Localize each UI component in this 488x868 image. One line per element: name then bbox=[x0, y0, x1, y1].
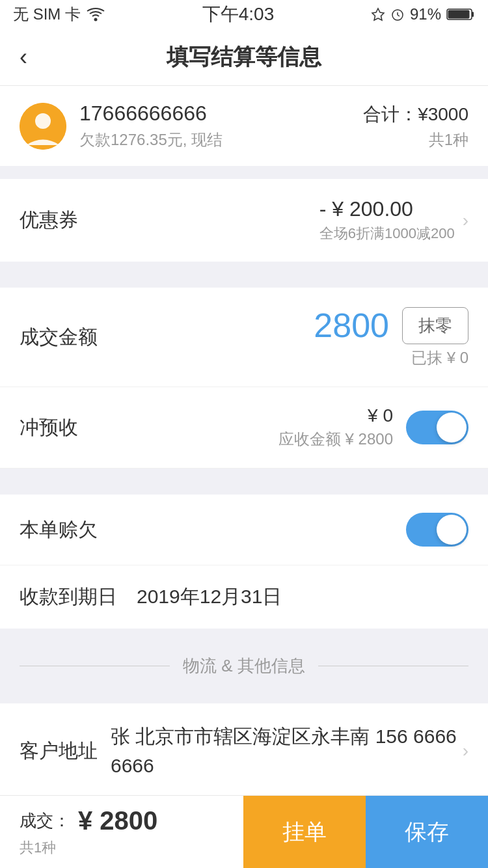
debt-toggle-knob bbox=[437, 515, 467, 545]
debt-label: 本单赊欠 bbox=[20, 517, 98, 543]
hold-button[interactable]: 挂单 bbox=[243, 796, 366, 869]
bottom-deal-label: 成交： bbox=[20, 809, 70, 832]
deal-amount-section: 成交金额 2800 抹零 已抹 ¥ 0 冲预收 ¥ 0 应收金额 ¥ 2800 bbox=[0, 288, 488, 468]
avatar bbox=[20, 103, 66, 150]
pre-collect-info: ¥ 0 应收金额 ¥ 2800 bbox=[278, 405, 393, 450]
address-chevron-icon: › bbox=[463, 740, 468, 761]
nav-bar: ‹ 填写结算等信息 bbox=[0, 29, 488, 86]
bottom-summary: 成交： ¥ 2800 共1种 bbox=[0, 806, 243, 858]
logistics-text: 物流 & 其他信息 bbox=[183, 655, 305, 677]
deal-amount-label: 成交金额 bbox=[20, 324, 98, 351]
deal-amount-sub: 已抹 ¥ 0 bbox=[314, 347, 468, 368]
bottom-count: 共1种 bbox=[20, 838, 224, 858]
pre-collect-toggle[interactable] bbox=[406, 411, 468, 444]
sim-status: 无 SIM 卡 bbox=[13, 4, 81, 25]
status-left: 无 SIM 卡 bbox=[13, 4, 105, 25]
customer-debt: 欠款1276.35元, 现结 bbox=[79, 129, 223, 150]
coupon-amount: - ¥ 200.00 bbox=[319, 197, 455, 221]
address-value: 张 北京市市辖区海淀区永丰南 156 6666 6666 bbox=[111, 722, 463, 780]
customer-phone: 17666666666 bbox=[79, 102, 223, 126]
pre-collect-label: 冲预收 bbox=[20, 414, 78, 441]
chevron-right-icon: › bbox=[463, 210, 468, 231]
round-button[interactable]: 抹零 bbox=[402, 307, 468, 344]
customer-info: 17666666666 欠款1276.35元, 现结 bbox=[79, 102, 223, 150]
due-date-label: 收款到期日 bbox=[20, 584, 117, 610]
status-right: 91% bbox=[371, 5, 475, 23]
svg-rect-5 bbox=[472, 12, 474, 17]
deal-amount-value-row: 2800 抹零 bbox=[314, 306, 468, 345]
coupon-desc: 全场6折满1000减200 bbox=[319, 224, 455, 243]
battery-icon bbox=[446, 7, 475, 21]
order-total: 合计：¥3000 bbox=[363, 102, 468, 127]
content: 17666666666 欠款1276.35元, 现结 合计：¥3000 共1种 … bbox=[0, 86, 488, 868]
coupon-info: - ¥ 200.00 全场6折满1000减200 bbox=[319, 197, 455, 243]
svg-line-3 bbox=[398, 15, 400, 16]
customer-left: 17666666666 欠款1276.35元, 现结 bbox=[20, 102, 223, 150]
alarm-icon bbox=[390, 7, 405, 21]
deal-amount-row: 成交金额 2800 抹零 已抹 ¥ 0 bbox=[0, 288, 488, 387]
toggle-knob bbox=[437, 413, 467, 442]
debt-toggle[interactable] bbox=[406, 513, 468, 547]
svg-point-0 bbox=[94, 18, 98, 21]
customer-right: 合计：¥3000 共1种 bbox=[363, 102, 468, 150]
wifi-icon bbox=[86, 7, 105, 21]
section-divider-4 bbox=[0, 690, 488, 703]
battery-percent: 91% bbox=[410, 5, 441, 23]
deal-amount-right: 2800 抹零 已抹 ¥ 0 bbox=[314, 306, 468, 368]
pre-collect-sub: 应收金额 ¥ 2800 bbox=[278, 429, 393, 450]
pre-collect-amount: ¥ 0 bbox=[278, 405, 393, 426]
pre-collect-row: 冲预收 ¥ 0 应收金额 ¥ 2800 bbox=[0, 387, 488, 468]
coupon-label: 优惠券 bbox=[20, 207, 78, 234]
status-bar: 无 SIM 卡 下午4:03 91% bbox=[0, 0, 488, 29]
pre-collect-right: ¥ 0 应收金额 ¥ 2800 bbox=[278, 405, 468, 450]
coupon-row[interactable]: 优惠券 - ¥ 200.00 全场6折满1000减200 › bbox=[0, 179, 488, 262]
bottom-deal-row: 成交： ¥ 2800 bbox=[20, 806, 224, 835]
debt-row: 本单赊欠 bbox=[0, 495, 488, 565]
svg-point-8 bbox=[35, 113, 51, 129]
coupon-right: - ¥ 200.00 全场6折满1000减200 › bbox=[319, 197, 468, 243]
due-date-value: 2019年12月31日 bbox=[137, 584, 282, 610]
section-divider-2 bbox=[0, 481, 488, 495]
due-date-row: 收款到期日 2019年12月31日 bbox=[0, 565, 488, 629]
divider-line-right bbox=[318, 666, 468, 666]
section-divider-1 bbox=[0, 275, 488, 288]
section-divider-3 bbox=[0, 629, 488, 642]
address-label: 客户地址 bbox=[20, 738, 98, 765]
page-title: 填写结算等信息 bbox=[167, 42, 321, 72]
bottom-bar: 成交： ¥ 2800 共1种 挂单 保存 bbox=[0, 795, 488, 868]
address-row[interactable]: 客户地址 张 北京市市辖区海淀区永丰南 156 6666 6666 › bbox=[0, 703, 488, 798]
order-count: 共1种 bbox=[363, 129, 468, 150]
deal-amount-value: 2800 bbox=[314, 306, 389, 345]
svg-rect-6 bbox=[448, 10, 470, 19]
save-button[interactable]: 保存 bbox=[366, 796, 488, 869]
location-icon bbox=[371, 7, 385, 21]
bottom-deal-amount: ¥ 2800 bbox=[78, 806, 157, 835]
customer-card: 17666666666 欠款1276.35元, 现结 合计：¥3000 共1种 bbox=[0, 86, 488, 166]
back-button[interactable]: ‹ bbox=[20, 44, 27, 71]
status-time: 下午4:03 bbox=[202, 2, 275, 27]
logistics-divider: 物流 & 其他信息 bbox=[0, 642, 488, 690]
divider-line-left bbox=[20, 666, 170, 666]
